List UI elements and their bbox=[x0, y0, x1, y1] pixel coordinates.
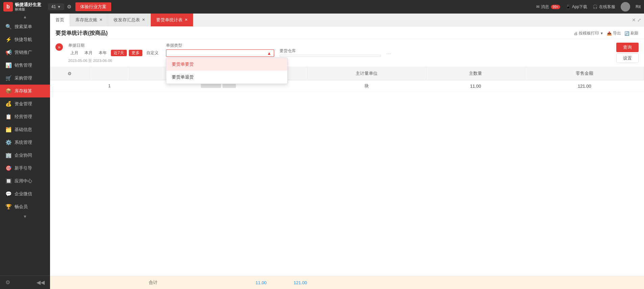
tab-inventory-batch[interactable]: 库存批次账 ✕ bbox=[70, 14, 108, 26]
message-icon: ✉ bbox=[536, 4, 540, 9]
filter-settings-button[interactable]: 设置 bbox=[616, 53, 639, 63]
table-row: 1 块 11.00 121.00 bbox=[50, 80, 644, 92]
more-filters-icon[interactable]: ... bbox=[386, 49, 391, 55]
query-button[interactable]: 查询 bbox=[616, 43, 639, 52]
sidebar-item-wechat[interactable]: 💬 企业微信 bbox=[0, 187, 50, 200]
app-download-button[interactable]: 📱 App下载 bbox=[566, 4, 587, 10]
filter-bar: » 单据日期 上月 本月 本年 近7天 更多 自定义 2023-05-06 至 … bbox=[50, 39, 644, 67]
finance-icon: 💰 bbox=[5, 101, 12, 107]
col-settings[interactable]: ⚙ bbox=[50, 67, 90, 80]
col-amount: 零售金额 bbox=[525, 67, 644, 80]
refresh-label: 刷新 bbox=[630, 30, 639, 36]
messages-badge: 99+ bbox=[551, 5, 560, 9]
sidebar-item-search[interactable]: 🔍 搜索菜单 bbox=[0, 20, 50, 33]
content-area: 首页 库存批次账 ✕ 收发存汇总表 ✕ 要货单统计表 ✕ ✕ ⤢ 要货 bbox=[50, 14, 644, 289]
sidebar-item-marketing[interactable]: 📢 营销推广 bbox=[0, 46, 50, 59]
print-dropdown-icon[interactable]: ▼ bbox=[600, 31, 603, 35]
sidebar-item-vip[interactable]: 🏆 畅会员 bbox=[0, 200, 50, 213]
sidebar-item-operations[interactable]: 📋 经营管理 bbox=[0, 110, 50, 123]
warehouse-input-wrapper[interactable] bbox=[280, 55, 381, 57]
page-content: 要货单统计表(按商品) 🖨 按模板打印 ▼ 📤 导出 🔄 刷新 bbox=[50, 26, 644, 289]
store-selector[interactable]: 41 ▼ bbox=[48, 3, 64, 10]
filter-expand-button[interactable]: » bbox=[55, 43, 63, 51]
sidebar-item-inventory[interactable]: 📦 库存核算 bbox=[0, 85, 50, 97]
messages-button[interactable]: ✉ 消息 99+ bbox=[536, 4, 560, 10]
sidebar-scroll-up[interactable]: ▲ bbox=[0, 14, 50, 20]
sidebar-item-base[interactable]: 🗂️ 基础信息 bbox=[0, 123, 50, 136]
date-range-display: 2023-05-06 至 2023-06-06 bbox=[68, 58, 161, 63]
store-dropdown-icon[interactable]: ▼ bbox=[57, 5, 61, 9]
tab-close-all-icon[interactable]: ✕ bbox=[632, 17, 636, 23]
purchase-icon: 🛒 bbox=[5, 75, 12, 81]
sidebar-label-base: 基础信息 bbox=[15, 127, 32, 133]
online-support-label: 在线客服 bbox=[599, 4, 615, 10]
col-num bbox=[90, 67, 129, 80]
refresh-button[interactable]: 🔄 刷新 bbox=[624, 30, 639, 36]
warehouse-filter-group: 要货仓库 bbox=[280, 48, 381, 57]
table-section: ⚙ 商品 主计量单位 主数量 零售金额 1 bbox=[50, 67, 644, 92]
enterprise-icon: 🏢 bbox=[5, 152, 12, 158]
type-caret-icon[interactable]: ▲ bbox=[267, 51, 271, 56]
logo-main: 畅捷通好生意 bbox=[15, 2, 41, 7]
vip-icon: 🏆 bbox=[5, 204, 12, 210]
sidebar-label-operations: 经营管理 bbox=[15, 114, 32, 120]
date-curr-year-btn[interactable]: 本年 bbox=[97, 49, 109, 57]
date-recent7-btn[interactable]: 近7天 bbox=[111, 50, 127, 56]
sidebar-item-appstore[interactable]: 🔲 应用中心 bbox=[0, 175, 50, 187]
page-header: 要货单统计表(按商品) 🖨 按模板打印 ▼ 📤 导出 🔄 刷新 bbox=[50, 26, 644, 39]
row-settings-cell bbox=[50, 80, 90, 92]
row-unit-cell: 块 bbox=[307, 80, 426, 92]
sidebar-label-marketing: 营销推广 bbox=[15, 49, 32, 55]
messages-label: 消息 bbox=[541, 4, 549, 10]
tab-order-close[interactable]: ✕ bbox=[185, 18, 188, 22]
tab-bar: 首页 库存批次账 ✕ 收发存汇总表 ✕ 要货单统计表 ✕ ✕ ⤢ bbox=[50, 14, 644, 26]
sidebar-item-purchase[interactable]: 🛒 采购管理 bbox=[0, 72, 50, 85]
type-filter-input[interactable] bbox=[166, 49, 274, 57]
tab-inventory-batch-close[interactable]: ✕ bbox=[99, 18, 102, 22]
sidebar-item-finance[interactable]: 💰 资金管理 bbox=[0, 97, 50, 110]
row-num-cell: 1 bbox=[90, 80, 129, 92]
search-icon: 🔍 bbox=[5, 24, 12, 30]
sidebar-item-system[interactable]: ⚙️ 系统管理 bbox=[0, 136, 50, 149]
sidebar-item-sales[interactable]: 📊 销售管理 bbox=[0, 59, 50, 72]
appstore-icon: 🔲 bbox=[5, 178, 12, 184]
sidebar-settings-icon[interactable]: ⚙ bbox=[5, 279, 10, 286]
date-curr-month-btn[interactable]: 本月 bbox=[82, 49, 95, 57]
wechat-icon: 💬 bbox=[5, 191, 12, 197]
online-support-button[interactable]: 🎧 在线客服 bbox=[593, 4, 615, 10]
sidebar-collapse-icon[interactable]: ◀◀ bbox=[37, 279, 45, 286]
tab-home[interactable]: 首页 bbox=[50, 14, 70, 26]
row-amount-cell[interactable]: 121.00 bbox=[525, 80, 644, 92]
date-prev-month-btn[interactable]: 上月 bbox=[68, 49, 80, 57]
table-settings-icon[interactable]: ⚙ bbox=[68, 71, 72, 76]
user-name-label: Rit bbox=[636, 4, 641, 9]
user-avatar[interactable] bbox=[621, 2, 630, 12]
sidebar-item-enterprise[interactable]: 🏢 企业协同 bbox=[0, 149, 50, 162]
sidebar-item-guide[interactable]: 🎯 新手引导 bbox=[0, 162, 50, 175]
warehouse-filter-label: 要货仓库 bbox=[280, 48, 381, 54]
trial-button[interactable]: 体验行业方案 bbox=[75, 2, 111, 11]
dropdown-item-order[interactable]: 要货单要货 bbox=[166, 58, 287, 71]
date-custom-btn[interactable]: 自定义 bbox=[144, 49, 161, 57]
type-filter-label: 单据类型 bbox=[166, 43, 274, 48]
row-qty-cell[interactable]: 11.00 bbox=[426, 80, 525, 92]
type-select-wrapper: ▲ bbox=[166, 49, 274, 57]
tab-receivable-summary[interactable]: 收发存汇总表 ✕ bbox=[108, 14, 151, 26]
table-body: 1 块 11.00 121.00 bbox=[50, 80, 644, 92]
tab-receivable-close[interactable]: ✕ bbox=[142, 18, 145, 22]
header-settings-icon[interactable]: ⚙ bbox=[67, 4, 71, 10]
sales-icon: 📊 bbox=[5, 62, 12, 68]
dropdown-item-return[interactable]: 要货单退货 bbox=[166, 71, 287, 84]
export-button[interactable]: 📤 导出 bbox=[607, 30, 621, 36]
sidebar-label-search: 搜索菜单 bbox=[15, 24, 32, 30]
tab-expand-icon[interactable]: ⤢ bbox=[637, 17, 641, 23]
refresh-icon: 🔄 bbox=[624, 31, 629, 36]
header-right: ✉ 消息 99+ 📱 App下载 🎧 在线客服 Rit bbox=[536, 2, 641, 12]
print-template-button[interactable]: 🖨 按模板打印 ▼ bbox=[574, 30, 603, 36]
date-more-label[interactable]: 更多 bbox=[129, 50, 142, 56]
product-bar-1 bbox=[201, 84, 221, 88]
tab-order-summary[interactable]: 要货单统计表 ✕ bbox=[151, 14, 193, 26]
footer-label: 合计 bbox=[149, 280, 158, 286]
sidebar-item-shortcut[interactable]: ⚡ 快捷导航 bbox=[0, 33, 50, 46]
sidebar-scroll-down[interactable]: ▼ bbox=[0, 213, 50, 220]
